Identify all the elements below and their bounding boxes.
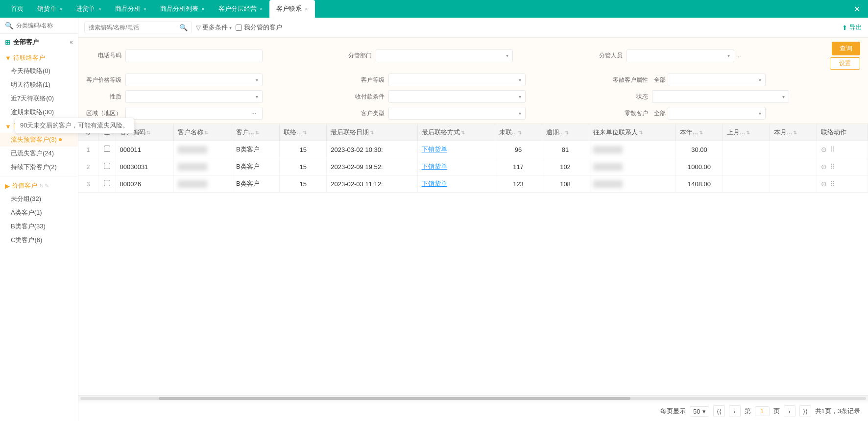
prev-page-button[interactable]: ‹ bbox=[729, 405, 741, 417]
sort-icon-unlisted[interactable]: ⇅ bbox=[518, 130, 522, 135]
zero-attr-select[interactable]: ▾ bbox=[668, 74, 766, 86]
my-customers-filter[interactable]: 我分管的客户 bbox=[236, 23, 282, 32]
phone-input[interactable] bbox=[125, 50, 263, 62]
sort-icon-last-month[interactable]: ⇅ bbox=[746, 130, 750, 135]
status-select[interactable]: ▾ bbox=[652, 90, 789, 103]
arrow-right-icon: ▶ bbox=[5, 182, 10, 190]
tab-close-sales[interactable]: × bbox=[59, 6, 62, 12]
filter-person: 分管人员 ▾ ··· bbox=[587, 50, 822, 62]
page-input[interactable] bbox=[755, 406, 770, 416]
dept-select[interactable]: ▾ bbox=[376, 50, 513, 62]
row-checkbox[interactable] bbox=[104, 146, 110, 152]
customer-type-select[interactable]: ▾ bbox=[388, 107, 526, 120]
payment-select[interactable]: ▾ bbox=[388, 90, 526, 103]
level-arrow-icon: ▾ bbox=[519, 77, 521, 83]
gender-select[interactable]: ▾ bbox=[125, 90, 263, 103]
my-customers-checkbox[interactable] bbox=[236, 25, 242, 31]
sidebar-group-pending[interactable]: ▼ 待联络客户 bbox=[0, 50, 78, 64]
scrollbar-thumb[interactable] bbox=[159, 397, 630, 400]
region-more-icon[interactable]: ··· bbox=[249, 110, 258, 117]
person-more-icon[interactable]: ··· bbox=[734, 52, 743, 59]
tab-close-purchase[interactable]: × bbox=[98, 6, 101, 12]
row-last-method[interactable]: 下销货单 bbox=[417, 141, 495, 158]
row-checkbox[interactable] bbox=[104, 180, 110, 186]
horizontal-scrollbar[interactable] bbox=[78, 395, 868, 401]
refresh-icon[interactable]: ↻ bbox=[39, 183, 44, 189]
row-checkbox-cell[interactable] bbox=[98, 175, 116, 193]
row-checkbox-cell[interactable] bbox=[98, 141, 116, 158]
sort-icon-type[interactable]: ⇅ bbox=[255, 130, 259, 135]
row-unlisted: 96 bbox=[495, 141, 542, 158]
sidebar-item-ungroup[interactable]: 未分组(32) bbox=[0, 192, 78, 206]
sidebar-item-churned[interactable]: 已流失客户(24) bbox=[0, 147, 78, 160]
sidebar-item-7days[interactable]: 近7天待联络(0) bbox=[0, 92, 78, 105]
tab-home[interactable]: 首页 bbox=[4, 0, 30, 18]
row-last-method[interactable]: 下销货单 bbox=[417, 175, 495, 193]
tab-close-customer-segment[interactable]: × bbox=[260, 6, 263, 12]
sidebar-item-declining[interactable]: 持续下滑客户(2) bbox=[0, 160, 78, 174]
query-button[interactable]: 查询 bbox=[832, 42, 860, 55]
sidebar-all-customers[interactable]: ⊞ 全部客户 « bbox=[0, 34, 78, 50]
col-last-date: 最后联络日期⇅ bbox=[327, 124, 417, 141]
sort-icon-contact[interactable]: ⇅ bbox=[303, 130, 307, 135]
filter-row-2: 客户价格等级 ▾ 客户等级 ▾ 零散客户属性 全部 bbox=[86, 74, 860, 86]
next-page-button[interactable]: › bbox=[784, 405, 796, 417]
sort-icon-name[interactable]: ⇅ bbox=[204, 130, 208, 135]
tab-close-customer-contact[interactable]: × bbox=[305, 6, 308, 12]
sidebar-item-tomorrow[interactable]: 明天待联络(1) bbox=[0, 78, 78, 92]
sidebar-item-classB[interactable]: B类客户(33) bbox=[0, 220, 78, 233]
tab-purchase[interactable]: 进货单 × bbox=[69, 0, 108, 18]
sidebar-search-input[interactable] bbox=[16, 22, 73, 29]
sidebar-item-overdue[interactable]: 逾期未联络(30) bbox=[0, 105, 78, 119]
main-layout: 🔍 ⊞ 全部客户 « ▼ 待联络客户 今天待联络(0) 明天待联络(1) 近7天… bbox=[0, 18, 868, 421]
sort-icon-method[interactable]: ⇅ bbox=[461, 130, 465, 135]
setting-button[interactable]: 设置 bbox=[830, 57, 860, 70]
sidebar-group-value[interactable]: ▶ 价值客户 ↻ ✎ bbox=[0, 178, 78, 192]
sidebar-item-classA[interactable]: A类客户(1) bbox=[0, 206, 78, 220]
action-link-icon[interactable]: ⊙ bbox=[821, 180, 827, 188]
row-contact: 15 bbox=[280, 158, 327, 175]
row-type: B类客户 bbox=[232, 175, 280, 193]
tab-product-analysis[interactable]: 商品分析 × bbox=[108, 0, 153, 18]
main-search-button[interactable]: 🔍 bbox=[179, 24, 188, 31]
edit-icon[interactable]: ✎ bbox=[45, 183, 49, 189]
tab-close-product-analysis[interactable]: × bbox=[144, 6, 146, 12]
action-link-icon[interactable]: ⊙ bbox=[821, 146, 827, 153]
sort-icon-overdue[interactable]: ⇅ bbox=[565, 130, 569, 135]
page-size-select[interactable]: 50 ▾ bbox=[690, 406, 709, 417]
zero-customer-select[interactable]: ▾ bbox=[668, 107, 766, 120]
first-page-button[interactable]: ⟨⟨ bbox=[713, 405, 725, 417]
row-last-method[interactable]: 下销货单 bbox=[417, 158, 495, 175]
tab-customer-contact[interactable]: 客户联系 × bbox=[269, 0, 314, 18]
row-checkbox[interactable] bbox=[104, 163, 110, 169]
tab-customer-segment[interactable]: 客户分层经营 × bbox=[212, 0, 269, 18]
sidebar-item-classC[interactable]: C类客户(6) bbox=[0, 233, 78, 247]
sort-icon-date[interactable]: ⇅ bbox=[370, 130, 374, 135]
row-last-month bbox=[723, 158, 770, 175]
tab-product-list[interactable]: 商品分析列表 × bbox=[153, 0, 211, 18]
export-button[interactable]: ⬆ 导出 bbox=[842, 23, 862, 32]
person-select[interactable]: ▾ bbox=[627, 50, 734, 62]
last-page-button[interactable]: ⟩⟩ bbox=[799, 405, 811, 417]
sidebar-collapse-icon[interactable]: « bbox=[70, 39, 73, 46]
action-menu-icon[interactable]: ⠿ bbox=[830, 163, 835, 171]
action-menu-icon[interactable]: ⠿ bbox=[830, 146, 835, 153]
price-level-select[interactable]: ▾ bbox=[125, 74, 263, 86]
more-conditions-button[interactable]: ▽ 更多条件 ▾ bbox=[196, 23, 232, 32]
sidebar-item-today[interactable]: 今天待联络(0) bbox=[0, 64, 78, 78]
main-search-input[interactable] bbox=[89, 24, 177, 31]
sort-icon-linkman[interactable]: ⇅ bbox=[639, 130, 643, 135]
action-link-icon[interactable]: ⊙ bbox=[821, 163, 827, 171]
sort-icon-this-month[interactable]: ⇅ bbox=[793, 130, 797, 135]
sort-icon-code[interactable]: ⇅ bbox=[146, 130, 150, 135]
tab-sales[interactable]: 销货单 × bbox=[30, 0, 69, 18]
row-linkman bbox=[589, 141, 675, 158]
customer-level-select[interactable]: ▾ bbox=[388, 74, 526, 86]
window-close-button[interactable]: ✕ bbox=[850, 4, 864, 14]
tab-close-product-list[interactable]: × bbox=[201, 6, 204, 12]
sort-icon-this-year[interactable]: ⇅ bbox=[699, 130, 703, 135]
region-select[interactable]: ··· bbox=[125, 107, 263, 120]
action-menu-icon[interactable]: ⠿ bbox=[830, 180, 835, 188]
sidebar-item-churn-warning[interactable]: 流失预警客户(3) bbox=[0, 133, 78, 147]
row-checkbox-cell[interactable] bbox=[98, 158, 116, 175]
